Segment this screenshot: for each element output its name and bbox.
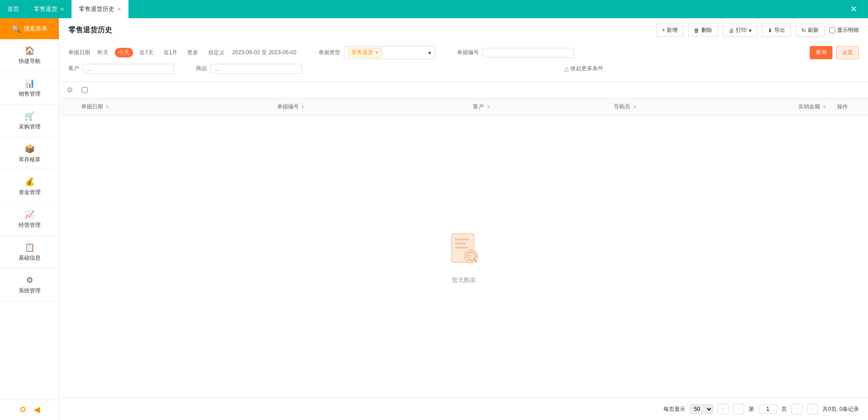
sidebar-item-basic-info-label: 基础信息 (19, 254, 41, 262)
voucher-no-filter-item: 单据编号 (457, 48, 574, 58)
page-title: 零售退货历史 (68, 26, 112, 35)
table-settings-icon[interactable]: ⚙ (67, 86, 73, 94)
print-button[interactable]: 🖨 打印 ▾ (723, 24, 757, 37)
th-date[interactable]: 单据日期 ⇅ (76, 98, 272, 116)
select-all-checkbox[interactable] (77, 87, 93, 93)
date-btn-1month[interactable]: 近1月 (160, 48, 181, 57)
new-button[interactable]: + 新增 (656, 24, 683, 37)
sidebar-item-basic-info[interactable]: 📋 基础信息 (0, 236, 59, 269)
setting-button[interactable]: 设置 (836, 46, 859, 59)
date-btn-yesterday[interactable]: 昨天 (94, 48, 112, 57)
date-btn-today[interactable]: 今天 (115, 48, 133, 57)
print-label: 打印 (736, 26, 747, 34)
sidebar-item-operations[interactable]: 📈 经营管理 (0, 203, 59, 236)
page-size-select[interactable]: 10 20 50 100 (690, 404, 713, 414)
table-toolbar: ⚙ (59, 82, 868, 98)
goods-filter-label: 商品 (196, 65, 207, 72)
toolbar: + 新增 🗑 删除 🖨 打印 ▾ ⬇ 导出 ↻ (656, 24, 859, 37)
delete-icon: 🗑 (694, 27, 699, 34)
inventory-icon: 📦 (25, 144, 35, 154)
tab-retail-return-history[interactable]: 零售退货历史 ✕ (72, 0, 128, 18)
voucher-type-filter-item: 单据类型 零售退货 ✕ ▾ (318, 46, 435, 59)
table-header-row: 单据日期 ⇅ 单据编号 ⇅ 客户 ⇅ 导购员 ⇅ (59, 98, 868, 116)
top-bar: 首页 零售退货 ✕ 零售退货历史 ✕ ✕ (0, 0, 868, 18)
th-voucher-no-label: 单据编号 (277, 103, 299, 110)
purchase-icon: 🛒 (25, 111, 35, 121)
show-detail-text: 显示明细 (837, 26, 859, 34)
page-size-label: 每页显示 (663, 405, 685, 413)
sidebar-item-system[interactable]: ⚙ 系统管理 (0, 269, 59, 302)
voucher-type-dropdown-icon: ▾ (428, 50, 431, 56)
tab-list: 首页 零售退货 ✕ 零售退货历史 ✕ (0, 0, 847, 18)
action-buttons: 查询 设置 (810, 46, 859, 59)
tab-retail-return-close[interactable]: ✕ (60, 6, 64, 12)
date-btn-more[interactable]: 更多 (184, 48, 202, 57)
last-page-button[interactable]: » (807, 404, 818, 415)
top-bar-right: ✕ (847, 4, 868, 14)
th-guide[interactable]: 导购员 ⇅ (608, 98, 777, 116)
sidebar-item-inventory-label: 库存核算 (19, 156, 41, 164)
empty-icon: ? (443, 230, 484, 271)
pagination: 每页显示 10 20 50 100 « ‹ 第 页 › » 共0页, 0条记录 (59, 398, 868, 420)
next-page-button[interactable]: › (791, 404, 802, 415)
goods-input[interactable] (211, 64, 302, 74)
tab-retail-return-history-label: 零售退货历史 (79, 5, 114, 13)
print-dropdown-icon: ▾ (749, 27, 751, 34)
first-page-button[interactable]: « (718, 404, 729, 415)
refresh-label: 刷新 (808, 26, 819, 34)
collapse-area: △ 收起更多条件 (559, 63, 609, 74)
basic-info-icon: 📋 (25, 242, 35, 252)
date-range-display: 2023-06-02 至 2023-06-02 (232, 49, 296, 56)
export-button[interactable]: ⬇ 导出 (762, 24, 791, 37)
th-voucher-no[interactable]: 单据编号 ⇅ (272, 98, 467, 116)
settings-bottom-icon[interactable]: ⚙ (19, 405, 26, 415)
th-customer[interactable]: 客户 ⇅ (467, 98, 608, 116)
tab-retail-return-history-close[interactable]: ✕ (117, 6, 121, 12)
tab-home[interactable]: 首页 (0, 0, 26, 18)
voucher-type-select[interactable]: 零售退货 ✕ ▾ (344, 46, 435, 59)
voucher-no-label: 单据编号 (457, 49, 479, 56)
collapse-label: 收起更多条件 (570, 65, 603, 72)
show-detail-toggle[interactable]: 显示明细 (829, 26, 859, 34)
content-area: 零售退货历史 + 新增 🗑 删除 🖨 打印 ▾ ⬇ 导出 (59, 18, 868, 420)
th-amount[interactable]: 实销金额 ⇅ (777, 98, 832, 116)
query-button[interactable]: 查询 (810, 46, 832, 59)
date-btn-7days[interactable]: 近7天 (136, 48, 157, 57)
prev-page-button[interactable]: ‹ (733, 404, 744, 415)
show-detail-checkbox[interactable] (829, 27, 835, 33)
sidebar-item-sales[interactable]: 📊 销售管理 (0, 72, 59, 105)
collapse-button[interactable]: △ 收起更多条件 (559, 63, 609, 74)
voucher-no-input[interactable] (483, 48, 574, 58)
sidebar-item-finance[interactable]: 💰 资金管理 (0, 170, 59, 203)
refresh-icon: ↻ (801, 27, 806, 34)
date-btn-custom[interactable]: 自定义 (205, 48, 228, 57)
sidebar-bottom: ⚙ ◀ (0, 399, 59, 420)
sidebar-search[interactable]: 🔍 搜索菜单 (0, 18, 59, 39)
sidebar-item-sales-label: 销售管理 (19, 90, 41, 98)
delete-button[interactable]: 🗑 删除 (688, 24, 718, 37)
page-title-bar: 零售退货历史 + 新增 🗑 删除 🖨 打印 ▾ ⬇ 导出 (68, 24, 859, 37)
th-voucher-no-sort-icon: ⇅ (301, 104, 305, 109)
window-close-button[interactable]: ✕ (847, 4, 861, 14)
svg-text:?: ? (469, 254, 472, 259)
th-customer-sort-icon: ⇅ (487, 104, 490, 109)
customer-input[interactable] (83, 64, 174, 74)
sidebar-item-purchase[interactable]: 🛒 采购管理 (0, 105, 59, 138)
tab-retail-return[interactable]: 零售退货 ✕ (26, 0, 72, 18)
sidebar-item-inventory[interactable]: 📦 库存核算 (0, 138, 59, 170)
filter-area: 单据日期 昨天 今天 近7天 近1月 更多 自定义 2023-06-02 至 2… (68, 42, 859, 82)
refresh-button[interactable]: ↻ 刷新 (796, 24, 825, 37)
sidebar-item-quicknav[interactable]: 🏠 快捷导航 (0, 39, 59, 72)
sidebar-item-system-label: 系统管理 (19, 287, 41, 295)
page-suffix: 页 (781, 405, 787, 413)
collapse-sidebar-icon[interactable]: ◀ (34, 405, 40, 415)
svg-rect-1 (455, 238, 469, 240)
export-label: 导出 (774, 26, 785, 34)
sidebar-search-label: 搜索菜单 (24, 25, 47, 33)
voucher-type-tag-remove[interactable]: ✕ (375, 50, 379, 55)
finance-icon: 💰 (25, 177, 35, 187)
empty-state: ? 暂无数据 (59, 116, 868, 398)
sidebar-item-finance-label: 资金管理 (19, 189, 41, 196)
page-number-input[interactable] (759, 405, 777, 414)
date-filter-label: 单据日期 (68, 49, 90, 56)
